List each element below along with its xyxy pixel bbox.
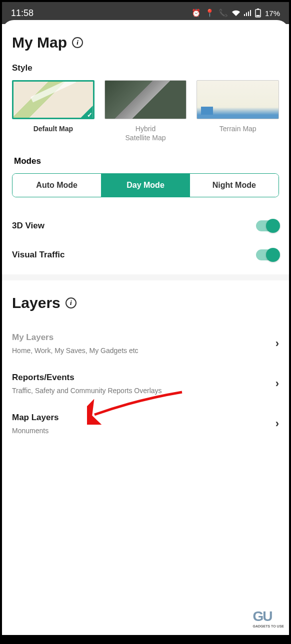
toggle-visual-traffic: Visual Traffic xyxy=(12,240,279,269)
toggle-switch-traffic[interactable] xyxy=(256,249,279,260)
modes-label: Modes xyxy=(14,156,279,166)
default-map-thumb xyxy=(12,80,94,119)
status-icons: ⏰ 📍 📞 17% xyxy=(192,9,280,18)
alarm-icon: ⏰ xyxy=(192,9,201,18)
layer-title: My Layers xyxy=(12,333,138,343)
svg-rect-5 xyxy=(257,9,259,10)
style-default-map[interactable]: Default Map xyxy=(12,80,94,142)
layers-header: Layers i xyxy=(12,294,279,311)
style-label: Style xyxy=(12,63,279,73)
svg-rect-6 xyxy=(256,15,260,17)
toggle-3d-view: 3D View xyxy=(12,211,279,240)
nav-bar xyxy=(2,635,289,642)
checkmark-icon xyxy=(81,106,93,118)
layer-my-layers[interactable]: My Layers Home, Work, My Saves, My Gadge… xyxy=(12,324,279,364)
layers-title: Layers xyxy=(12,294,60,311)
svg-rect-1 xyxy=(246,13,247,16)
mode-buttons: Auto Mode Day Mode Night Mode xyxy=(12,173,279,197)
chevron-right-icon: › xyxy=(276,337,279,350)
style-label-text: Terrain Map xyxy=(220,124,256,133)
section-divider xyxy=(2,274,289,280)
style-label-text: Default Map xyxy=(34,124,73,133)
layer-title: Map Layers xyxy=(12,413,59,423)
hybrid-map-thumb xyxy=(104,80,187,119)
watermark: GU GADGETS TO USE xyxy=(253,608,284,628)
style-terrain-map[interactable]: Terrain Map xyxy=(196,80,279,142)
layer-reports-events[interactable]: Reports/Events Traffic, Safety and Commu… xyxy=(12,364,279,404)
layer-map-layers[interactable]: Map Layers Monuments › xyxy=(12,404,279,444)
status-time: 11:58 xyxy=(11,8,34,19)
page-title: My Map xyxy=(12,34,67,51)
signal-icon xyxy=(244,10,251,16)
call-icon: 📞 xyxy=(218,9,228,18)
layer-title: Reports/Events xyxy=(12,373,162,383)
svg-rect-3 xyxy=(250,10,251,16)
page-header: My Map i xyxy=(12,34,279,51)
layer-desc: Home, Work, My Saves, My Gadgets etc xyxy=(12,347,138,355)
location-icon: 📍 xyxy=(205,9,214,18)
mode-auto[interactable]: Auto Mode xyxy=(12,174,101,197)
wifi-icon xyxy=(232,10,240,16)
toggle-label: Visual Traffic xyxy=(12,250,65,260)
layer-desc: Monuments xyxy=(12,427,59,435)
terrain-map-thumb xyxy=(196,80,279,119)
info-icon[interactable]: i xyxy=(66,297,76,308)
battery-icon xyxy=(255,9,261,18)
style-options: Default Map Hybrid Satellite Map Terrain… xyxy=(12,80,279,142)
chevron-right-icon: › xyxy=(276,417,279,430)
svg-rect-2 xyxy=(248,12,249,16)
toggle-label: 3D View xyxy=(12,221,44,231)
svg-rect-0 xyxy=(244,14,245,16)
style-label-text: Hybrid Satellite Map xyxy=(126,124,166,142)
style-hybrid-satellite[interactable]: Hybrid Satellite Map xyxy=(104,80,187,142)
mode-night[interactable]: Night Mode xyxy=(190,174,278,197)
battery-percent: 17% xyxy=(265,9,280,18)
info-icon[interactable]: i xyxy=(72,37,83,48)
layer-desc: Traffic, Safety and Community Reports Ov… xyxy=(12,387,162,395)
toggle-switch-3d[interactable] xyxy=(256,220,279,231)
mode-day[interactable]: Day Mode xyxy=(101,174,190,197)
chevron-right-icon: › xyxy=(276,377,279,390)
